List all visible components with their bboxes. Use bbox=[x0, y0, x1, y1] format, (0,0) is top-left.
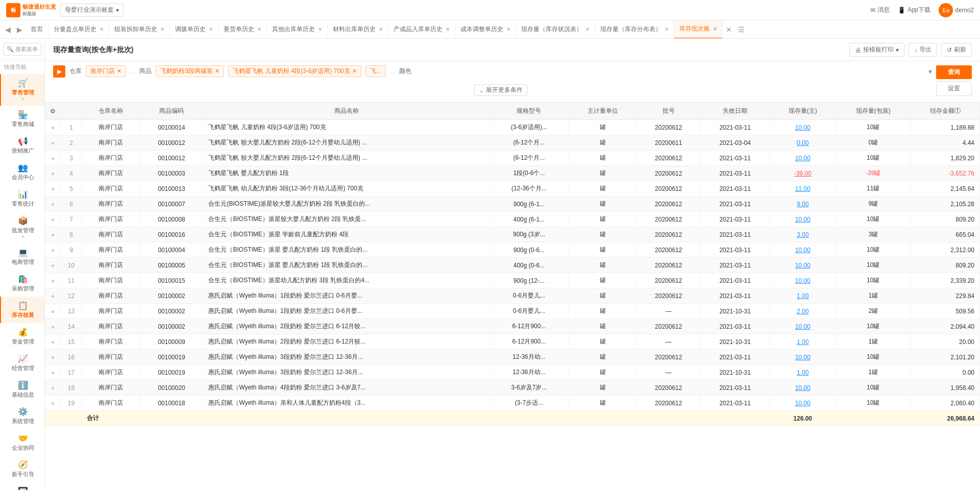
cell-settings[interactable]: ● bbox=[45, 319, 61, 334]
cell-settings[interactable]: ● bbox=[45, 197, 61, 212]
cell-qty-main[interactable]: 10.00 bbox=[770, 396, 836, 411]
tab-close-7[interactable]: ✕ bbox=[446, 27, 450, 32]
user-area[interactable]: Ea demo2 bbox=[939, 3, 974, 17]
export-btn[interactable]: ↓ 导出 bbox=[909, 43, 937, 57]
th-settings[interactable]: ⚙ bbox=[45, 103, 61, 120]
sidebar-item-purchase[interactable]: 🛍️采购管理 bbox=[0, 270, 44, 297]
sidebar-item-finance[interactable]: 💰资金管理 bbox=[0, 323, 44, 350]
cell-qty-main[interactable]: 9.00 bbox=[770, 197, 836, 212]
cell-settings[interactable]: ● bbox=[45, 304, 61, 319]
cell-settings[interactable]: ● bbox=[45, 396, 61, 411]
cell-settings[interactable]: ● bbox=[45, 242, 61, 258]
tab-item-8[interactable]: 成本调整单历史✕ bbox=[455, 20, 516, 39]
sidebar-item-member[interactable]: 👥会员中心 bbox=[0, 159, 44, 185]
cell-qty-main[interactable]: 10.00 bbox=[770, 120, 836, 135]
tab-item-3[interactable]: 调拨单历史✕ bbox=[170, 20, 218, 39]
sidebar-item-retail-mgmt[interactable]: 🛒零售管理▼ bbox=[0, 74, 44, 106]
tab-close-6[interactable]: ✕ bbox=[379, 27, 383, 32]
tab-close-10[interactable]: ✕ bbox=[665, 27, 669, 32]
cell-qty-main[interactable]: -39.00 bbox=[770, 166, 836, 181]
cell-settings[interactable]: ● bbox=[45, 350, 61, 365]
refresh-btn[interactable]: ↺ 刷新 bbox=[941, 43, 972, 57]
cell-qty-main[interactable]: 2.00 bbox=[770, 304, 836, 319]
sidebar-item-app-center[interactable]: 🔲应用中心 bbox=[0, 482, 44, 490]
goods-filter-more[interactable]: 飞... bbox=[365, 65, 386, 77]
tab-item-10[interactable]: 现存量（库存分布表）✕ bbox=[595, 20, 674, 39]
tab-item-0[interactable]: 首页 bbox=[26, 20, 48, 39]
nav-dropdown[interactable]: 母婴行业演示账套 ▾ bbox=[60, 4, 124, 17]
cell-qty-main[interactable]: 10.00 bbox=[770, 242, 836, 258]
cell-settings[interactable]: ● bbox=[45, 380, 61, 396]
print-btn[interactable]: 🖨 按模板打印 ▾ bbox=[849, 43, 904, 57]
warehouse-filter-tag[interactable]: 南岸门店 ✕ bbox=[86, 65, 126, 77]
tab-close-11[interactable]: ✕ bbox=[713, 26, 717, 32]
tab-close-3[interactable]: ✕ bbox=[209, 27, 213, 32]
tab-item-1[interactable]: 分量盘点单历史✕ bbox=[48, 20, 109, 39]
tab-item-5[interactable]: 其他出库单历史✕ bbox=[267, 20, 328, 39]
sidebar-item-wholesale[interactable]: 📦批发管理▼ bbox=[0, 212, 44, 243]
cell-qty-main[interactable]: 10.00 bbox=[770, 350, 836, 365]
goods-filter-tag2[interactable]: 飞鹤星飞帆 儿童奶粉 4段(3-6岁适用) 700克 ✕ bbox=[228, 65, 361, 77]
cell-qty-main[interactable]: 10.00 bbox=[770, 319, 836, 334]
app-download-btn[interactable]: 📱 App下载 bbox=[898, 6, 930, 14]
goods-tag2-close[interactable]: ✕ bbox=[352, 68, 357, 75]
cell-settings[interactable]: ● bbox=[45, 365, 61, 380]
cell-settings[interactable]: ● bbox=[45, 135, 61, 151]
tab-close-2[interactable]: ✕ bbox=[160, 27, 164, 32]
search-menu-btn[interactable]: 🔍 搜索菜单 bbox=[3, 43, 41, 56]
color-dropdown-icon[interactable]: ▾ bbox=[928, 67, 932, 76]
goods-filter-tag1[interactable]: 飞鹤奶粉3段两罐装 ✕ bbox=[156, 65, 224, 77]
cell-settings[interactable]: ● bbox=[45, 166, 61, 181]
setting-btn[interactable]: 设置 bbox=[936, 81, 972, 96]
tab-item-7[interactable]: 产成品入库单历史✕ bbox=[388, 20, 455, 39]
tab-close-9[interactable]: ✕ bbox=[585, 27, 590, 32]
tab-item-2[interactable]: 组装拆卸单历史✕ bbox=[109, 20, 170, 39]
cell-settings[interactable]: ● bbox=[45, 258, 61, 273]
sidebar-item-ops[interactable]: 📈经营管理 bbox=[0, 350, 44, 376]
cell-qty-main[interactable]: 10.00 bbox=[770, 212, 836, 227]
sidebar-item-sys-mgmt[interactable]: ⚙️系统管理 bbox=[0, 403, 44, 429]
tab-nav-next[interactable]: ▶ bbox=[14, 26, 26, 34]
expand-btn[interactable]: ⌄ 展开更多条件 bbox=[474, 84, 527, 96]
tab-item-6[interactable]: 材料出库单历史✕ bbox=[328, 20, 388, 39]
cell-settings[interactable]: ● bbox=[45, 212, 61, 227]
cell-qty-main[interactable]: 11.00 bbox=[770, 181, 836, 197]
warehouse-tag-close[interactable]: ✕ bbox=[117, 68, 121, 75]
cell-settings[interactable]: ● bbox=[45, 120, 61, 135]
tab-menu[interactable]: ☰ bbox=[735, 26, 748, 34]
tab-close-5[interactable]: ✕ bbox=[318, 27, 322, 32]
cell-settings[interactable]: ● bbox=[45, 334, 61, 350]
tab-item-4[interactable]: 要货单历史✕ bbox=[218, 20, 267, 39]
sidebar-item-basic-info[interactable]: ℹ️基础信息 bbox=[0, 376, 44, 403]
sidebar-item-enterprise[interactable]: 🤝企业协同 bbox=[0, 429, 44, 456]
tab-close-all[interactable]: ✕ bbox=[723, 26, 735, 34]
tab-close-8[interactable]: ✕ bbox=[506, 27, 510, 32]
tab-close-4[interactable]: ✕ bbox=[257, 27, 261, 32]
cell-qty-main[interactable]: 10.00 bbox=[770, 273, 836, 288]
cell-settings[interactable]: ● bbox=[45, 181, 61, 197]
cell-qty-main[interactable]: 10.00 bbox=[770, 151, 836, 166]
cell-qty-main[interactable]: 0.00 bbox=[770, 135, 836, 151]
cell-settings[interactable]: ● bbox=[45, 273, 61, 288]
cell-qty-main[interactable]: 10.00 bbox=[770, 258, 836, 273]
cell-qty-main[interactable]: 10.00 bbox=[770, 380, 836, 396]
tab-item-11[interactable]: 库存批次账✕ bbox=[674, 20, 723, 39]
sidebar-item-ecommerce[interactable]: 💻电商管理 bbox=[0, 243, 44, 270]
goods-tag1-close[interactable]: ✕ bbox=[215, 68, 219, 75]
cell-settings[interactable]: ● bbox=[45, 151, 61, 166]
cell-qty-main[interactable]: 1.00 bbox=[770, 334, 836, 350]
cell-qty-main[interactable]: 1.00 bbox=[770, 288, 836, 304]
sidebar-item-marketing[interactable]: 📢营销推广 bbox=[0, 132, 44, 159]
sidebar-item-retail-stats[interactable]: 📊零售统计 bbox=[0, 185, 44, 212]
sidebar-item-new-guide[interactable]: 🧭新手引导 bbox=[0, 456, 44, 482]
query-btn[interactable]: 查询 bbox=[936, 65, 972, 79]
cell-settings[interactable]: ● bbox=[45, 227, 61, 242]
sidebar-item-retail-shop[interactable]: 🏪零售商城 bbox=[0, 106, 44, 132]
cell-settings[interactable]: ● bbox=[45, 288, 61, 304]
tab-nav-prev[interactable]: ◀ bbox=[2, 26, 14, 34]
message-btn[interactable]: ✉ 消息 bbox=[870, 6, 890, 14]
sidebar-item-inventory[interactable]: 📋库存核算 bbox=[0, 297, 44, 323]
tab-close-1[interactable]: ✕ bbox=[100, 27, 104, 32]
toggle-filter-btn[interactable]: ▶ bbox=[53, 65, 65, 78]
tab-item-9[interactable]: 现存量（库存状况表）✕ bbox=[516, 20, 595, 39]
